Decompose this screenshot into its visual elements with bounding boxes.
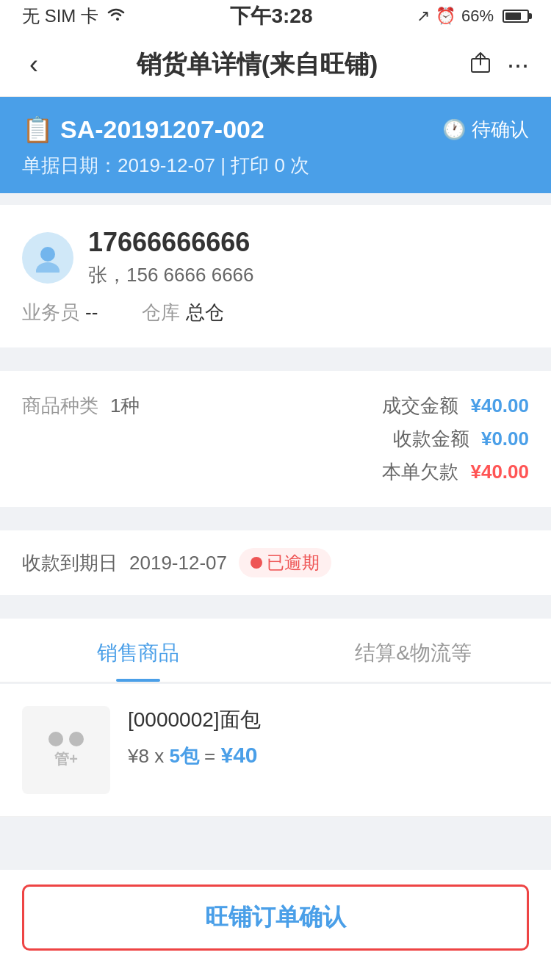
transaction-amount: ¥40.00 [470,394,529,417]
status-bar: 无 SIM 卡 下午3:28 ↗ ⏰ 66% [0,0,551,32]
order-number-icon: 📋 [22,115,53,144]
product-types: 商品种类 1种 [22,393,140,419]
order-number: 📋 SA-20191207-002 [22,115,264,144]
balance-label: 本单欠款 [382,459,458,485]
svg-point-2 [36,262,60,273]
product-item: 管+ [0000002]面包 ¥8 x 5包 = ¥40 [0,684,551,817]
status-left: 无 SIM 卡 [22,4,126,28]
status-right: ↗ ⏰ 66% [417,7,529,26]
transaction-label: 成交金额 [382,393,458,419]
time-display: 下午3:28 [230,2,312,30]
confirm-button[interactable]: 旺铺订单确认 [22,884,529,951]
customer-card: 17666666666 张，156 6666 6666 业务员 -- 仓库 总仓 [0,205,551,347]
alarm-icon: ⏰ [436,7,455,26]
nav-bar: ‹ 销货单详情(来自旺铺) ··· [0,32,551,97]
wifi-icon [106,6,126,26]
salesman-value: -- [85,301,98,324]
received-amount: ¥0.00 [481,428,529,450]
nav-actions: ··· [469,49,529,80]
tabs: 销售商品 结算&物流等 [0,619,551,682]
avatar [22,232,73,284]
product-types-label: 商品种类 [22,393,98,419]
battery-icon [503,10,529,23]
warehouse-value: 总仓 [186,300,224,325]
divider-1 [0,193,551,205]
due-date-value: 2019-12-07 [129,552,227,574]
equals: = [199,745,221,767]
balance-amount: ¥40.00 [470,461,529,483]
share-icon[interactable] [469,49,492,80]
page-title: 销货单详情(来自旺铺) [137,48,378,82]
bottom-bar: 旺铺订单确认 [0,870,551,980]
quantity: 5包 [169,745,198,767]
product-info: [0000002]面包 ¥8 x 5包 = ¥40 [128,706,529,769]
tab-settlement-logistics[interactable]: 结算&物流等 [276,619,551,682]
customer-phone: 17666666666 [88,227,254,258]
warehouse-label: 仓库 [142,300,180,325]
order-header: 📋 SA-20191207-002 🕐 待确认 单据日期：2019-12-07 … [0,97,551,193]
customer-info: 17666666666 张，156 6666 6666 [88,227,254,288]
received-amount-row: 收款金额 ¥0.00 [382,426,529,452]
warehouse-info: 仓库 总仓 [142,300,224,325]
unit-price: ¥8 x [128,745,169,767]
summary-card: 商品种类 1种 成交金额 ¥40.00 收款金额 ¥0.00 本单欠款 ¥40.… [0,371,551,507]
owl-right-eye [69,732,84,746]
product-name: [0000002]面包 [128,706,529,734]
location-icon: ↗ [417,7,430,26]
customer-meta: 业务员 -- 仓库 总仓 [22,300,529,325]
received-label: 收款金额 [393,426,469,452]
due-date-card: 收款到期日 2019-12-07 已逾期 [0,530,551,595]
product-list: 管+ [0000002]面包 ¥8 x 5包 = ¥40 [0,684,551,817]
product-thumbnail: 管+ [22,706,110,794]
overdue-text: 已逾期 [267,551,320,574]
customer-name: 张，156 6666 6666 [88,262,254,288]
product-types-value: 1种 [110,393,140,419]
carrier-text: 无 SIM 卡 [22,4,98,28]
divider-4 [0,607,551,619]
balance-row: 本单欠款 ¥40.00 [382,459,529,485]
clock-icon: 🕐 [442,118,466,141]
overdue-dot-icon [251,557,262,569]
order-date: 单据日期：2019-12-07 | 打印 0 次 [22,153,529,179]
divider-2 [0,359,551,371]
back-button[interactable]: ‹ [22,42,46,87]
order-status: 🕐 待确认 [442,117,529,143]
transaction-amount-row: 成交金额 ¥40.00 [382,393,529,419]
salesman-label: 业务员 [22,300,79,325]
battery-text: 66% [461,7,494,26]
total-price: ¥40 [220,743,257,767]
due-date-label: 收款到期日 [22,550,118,576]
product-price: ¥8 x 5包 = ¥40 [128,743,529,769]
tab-sales-products[interactable]: 销售商品 [0,619,276,682]
owl-text: 管+ [54,749,78,769]
owl-left-eye [48,732,63,746]
svg-point-1 [40,247,55,262]
divider-3 [0,519,551,530]
overdue-badge: 已逾期 [239,548,331,577]
amount-summary: 成交金额 ¥40.00 收款金额 ¥0.00 本单欠款 ¥40.00 [382,393,529,485]
more-icon[interactable]: ··· [507,49,529,80]
salesman-info: 业务员 -- [22,300,98,325]
